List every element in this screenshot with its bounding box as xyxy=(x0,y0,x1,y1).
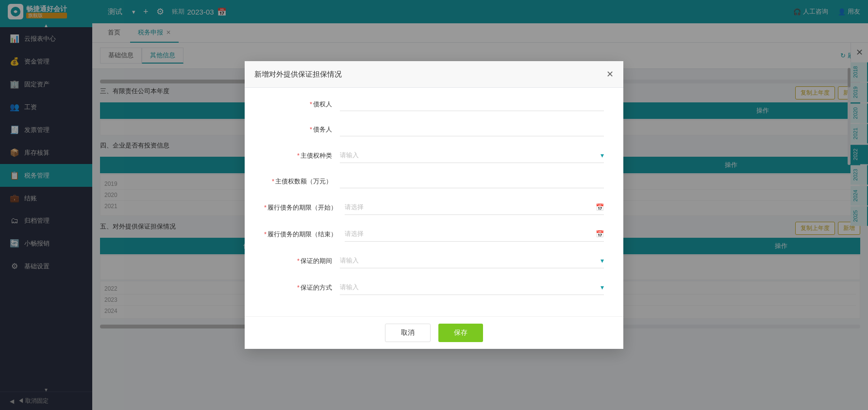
guarantee-method-label: *保证的方式 xyxy=(264,283,332,292)
claim-type-placeholder: 请输入 xyxy=(340,151,359,160)
debt-start-label: *履行债务的期限（开始） xyxy=(264,203,337,212)
dialog-title: 新增对外提供保证担保情况 xyxy=(254,70,342,79)
required-mark: * xyxy=(297,152,300,159)
form-row-claim-type: *主债权种类 请输入 ▾ xyxy=(264,148,604,163)
dialog-header: 新增对外提供保证担保情况 ✕ xyxy=(245,61,623,88)
form-row-guarantee-method: *保证的方式 请输入 ▾ xyxy=(264,280,604,295)
modal-overlay[interactable]: 新增对外提供保证担保情况 ✕ *债权人 *债务人 * xyxy=(0,0,868,410)
debt-start-picker[interactable]: 请选择 📅 xyxy=(345,200,604,215)
creditor-label: *债权人 xyxy=(264,100,332,109)
required-mark: * xyxy=(310,126,312,133)
cancel-button[interactable]: 取消 xyxy=(385,324,431,342)
guarantee-period-placeholder: 请输入 xyxy=(340,256,359,265)
required-mark: * xyxy=(264,230,267,238)
debt-start-calendar-icon: 📅 xyxy=(596,203,604,211)
debt-end-placeholder: 请选择 xyxy=(345,230,364,238)
claim-type-label: *主债权种类 xyxy=(264,151,332,160)
creditor-input[interactable] xyxy=(340,98,604,111)
debt-end-label: *履行债务的期限（结束） xyxy=(264,230,337,239)
form-row-debtor: *债务人 xyxy=(264,123,604,136)
save-button[interactable]: 保存 xyxy=(438,324,483,342)
dialog-footer: 取消 保存 xyxy=(245,316,623,349)
dialog-body: *债权人 *债务人 *主债权种类 请输入 ▾ xyxy=(245,88,623,316)
claim-amount-label: *主债权数额（万元） xyxy=(264,177,332,186)
required-mark: * xyxy=(297,284,300,291)
guarantee-method-placeholder: 请输入 xyxy=(340,283,359,292)
guarantee-period-select[interactable]: 请输入 ▾ xyxy=(340,253,604,268)
debt-end-calendar-icon: 📅 xyxy=(596,230,604,238)
form-row-creditor: *债权人 xyxy=(264,98,604,111)
form-row-claim-amount: *主债权数额（万元） xyxy=(264,175,604,188)
claim-type-chevron-icon: ▾ xyxy=(601,151,604,159)
claim-type-select[interactable]: 请输入 ▾ xyxy=(340,148,604,163)
debtor-input[interactable] xyxy=(340,123,604,136)
form-row-guarantee-period: *保证的期间 请输入 ▾ xyxy=(264,253,604,268)
guarantee-period-chevron-icon: ▾ xyxy=(601,257,604,264)
required-mark: * xyxy=(310,100,312,108)
required-mark: * xyxy=(264,204,267,211)
debt-start-placeholder: 请选择 xyxy=(345,203,364,212)
required-mark: * xyxy=(297,257,300,264)
form-row-debt-start: *履行债务的期限（开始） 请选择 📅 xyxy=(264,200,604,215)
guarantee-method-chevron-icon: ▾ xyxy=(601,283,604,291)
required-mark: * xyxy=(272,178,274,185)
guarantee-method-select[interactable]: 请输入 ▾ xyxy=(340,280,604,295)
claim-amount-input[interactable] xyxy=(340,175,604,188)
dialog-close-button[interactable]: ✕ xyxy=(606,69,614,80)
debtor-label: *债务人 xyxy=(264,125,332,134)
form-row-debt-end: *履行债务的期限（结束） 请选择 📅 xyxy=(264,227,604,242)
guarantee-period-label: *保证的期间 xyxy=(264,257,332,265)
dialog: 新增对外提供保证担保情况 ✕ *债权人 *债务人 * xyxy=(245,61,623,349)
debt-end-picker[interactable]: 请选择 📅 xyxy=(345,227,604,242)
